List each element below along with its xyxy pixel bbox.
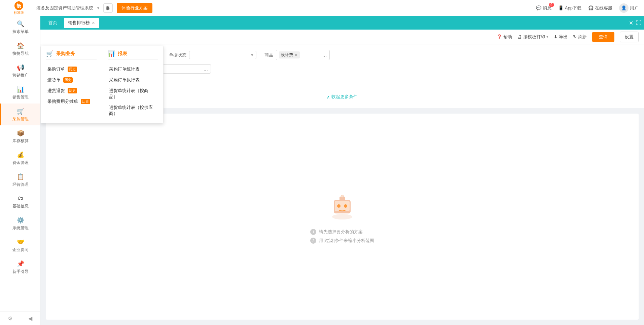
dropdown-purchase-title: 采购业务 [56, 51, 75, 57]
goods-tag-close-icon[interactable]: ✕ [294, 53, 298, 57]
doc-status-label: 单据状态 [169, 52, 186, 58]
dropdown-report-col: 📊 报表 采购订单统计表 采购订单执行表 进货单统计表（按商品） 进货单统计表（… [102, 50, 164, 119]
sidebar-item-label-system: 系统管理 [12, 225, 29, 231]
dropdown-item-incoming[interactable]: 进货单 历史 [46, 75, 97, 85]
filter-goods: 商品 设计费 ✕ ... [264, 50, 330, 60]
gear-icon [106, 6, 110, 10]
dropdown-item-purchase-order[interactable]: 采购订单 历史 [46, 64, 97, 75]
online-service-item[interactable]: 🎧 在线客服 [588, 5, 612, 11]
help-btn[interactable]: ❓ 帮助 [497, 34, 512, 40]
avatar-text: 👤 [621, 5, 627, 10]
home-icon: 🏠 [17, 42, 24, 49]
sidebar-item-label-quick-nav: 快捷导航 [12, 51, 29, 56]
system-title: 装备及固定资产辅助管理系统 [36, 5, 93, 11]
sidebar-collapse-btn[interactable]: ◀ [28, 315, 32, 322]
query-button[interactable]: 查询 [592, 32, 614, 42]
dropdown-item-order-exec[interactable]: 采购订单执行表 [108, 75, 158, 85]
history-badge-1: 历史 [63, 77, 73, 83]
sidebar-item-label-enterprise: 企业协同 [12, 247, 29, 253]
salesman-dots[interactable]: ... [204, 66, 208, 72]
doc-status-chevron-icon: ▾ [251, 52, 253, 57]
system-icon: ⚙️ [17, 216, 24, 224]
sidebar-item-sales[interactable]: 📊 销售管理 [0, 82, 40, 104]
goods-dots[interactable]: ... [322, 52, 327, 58]
salesman-selector[interactable]: ... [157, 64, 211, 74]
goods-tag[interactable]: 设计费 ✕ [279, 51, 300, 58]
purchase-icon: 🛒 [17, 108, 24, 115]
industry-button[interactable]: 体验行业方案 [117, 3, 152, 13]
marketing-icon: 📢 [17, 64, 24, 71]
logo: 畅 标准版 [5, 1, 32, 15]
doc-status-select[interactable]: ▾ [189, 51, 256, 59]
avatar: 👤 [619, 3, 629, 13]
dropdown-item-incoming-stats-supplier[interactable]: 进货单统计表（按供应商） [108, 102, 158, 119]
help-icon: ❓ [497, 34, 502, 39]
export-icon: ⬇ [554, 34, 558, 39]
dropdown-incoming-stats-goods-label: 进货单统计表（按商品） [109, 88, 157, 100]
setting-button[interactable]: 设置 [620, 32, 639, 42]
enterprise-icon: 🤝 [17, 238, 24, 246]
tab-close-icon[interactable]: ✕ [92, 21, 95, 25]
sidebar-item-search[interactable]: 🔍 搜索菜单 [0, 16, 40, 38]
dropdown-report-header: 📊 报表 [108, 50, 158, 60]
dropdown-incoming-stats-supplier-label: 进货单统计表（按供应商） [109, 105, 157, 117]
empty-tips: 1 请先选择要分析的方案 2 用[过滤]条件来缩小分析范围 [310, 229, 374, 244]
empty-state: 1 请先选择要分析的方案 2 用[过滤]条件来缩小分析范围 [46, 114, 639, 320]
dropdown-purchase-col: 🛒 采购业务 采购订单 历史 进货单 历史 进货退货 历史 采购费用分摊单 [41, 50, 102, 119]
online-service-label: 在线客服 [595, 5, 612, 11]
history-badge-2: 历史 [68, 88, 77, 93]
print-btn[interactable]: 🖨 按模板打印 ▾ [517, 34, 548, 40]
sidebar-item-marketing[interactable]: 📢 营销推广 [0, 60, 40, 82]
help-label: 帮助 [503, 34, 512, 40]
print-chevron-icon[interactable]: ▾ [546, 35, 548, 39]
collapse-up-icon: ∧ [327, 94, 330, 99]
message-item[interactable]: 💬 消息 9 [536, 5, 551, 11]
report-header-icon: 📊 [108, 50, 115, 57]
refresh-btn[interactable]: ↻ 刷新 [573, 34, 587, 40]
toolbar: ❓ 帮助 🖨 按模板打印 ▾ ⬇ 导出 ↻ 刷新 查询 设置 [40, 30, 644, 44]
sidebar-item-operation[interactable]: 📋 经营管理 [0, 169, 40, 191]
app-download-item[interactable]: 📱 App下载 [558, 5, 581, 11]
sidebar-item-system[interactable]: ⚙️ 系统管理 [0, 212, 40, 234]
tab-bar-close-btn[interactable]: ✕ [629, 20, 633, 26]
dropdown-item-cost[interactable]: 采购费用分摊单 历史 [46, 96, 97, 107]
goods-tag-text: 设计费 [281, 52, 293, 58]
sidebar-item-enterprise[interactable]: 🤝 企业协同 [0, 234, 40, 256]
sidebar-item-purchase[interactable]: 🛒 采购管理 [0, 104, 40, 125]
search-icon: 🔍 [17, 20, 24, 28]
user-item[interactable]: 👤 用户 [619, 3, 639, 13]
sidebar-item-guide[interactable]: 📌 新手引导 [0, 256, 40, 278]
user-label: 用户 [630, 5, 639, 11]
dropdown-cost-label: 采购费用分摊单 [47, 98, 78, 105]
gear-button[interactable] [103, 3, 113, 13]
export-btn[interactable]: ⬇ 导出 [554, 34, 568, 40]
dropdown-menu: 🛒 采购业务 采购订单 历史 进货单 历史 进货退货 历史 采购费用分摊单 [40, 46, 164, 123]
svg-point-5 [337, 204, 341, 208]
dropdown-purchase-header: 🛒 采购业务 [46, 50, 97, 60]
tab-sales-rank-label: 销售排行榜 [68, 20, 90, 26]
tab-home[interactable]: 首页 [43, 18, 63, 28]
sidebar-item-quick-nav[interactable]: 🏠 快捷导航 [0, 38, 40, 60]
refresh-icon: ↻ [573, 34, 577, 39]
sidebar-item-basic-info[interactable]: 🗂 基础信息 [0, 191, 40, 212]
inventory-icon: 📦 [17, 129, 24, 137]
system-chevron-icon[interactable]: ▾ [97, 6, 99, 10]
dropdown-order-exec-label: 采购订单执行表 [109, 77, 140, 83]
goods-selector[interactable]: 设计费 ✕ ... [276, 50, 330, 60]
message-badge: 9 [549, 3, 554, 7]
tab-bar-expand-btn[interactable]: ⛶ [636, 20, 641, 26]
dropdown-report-title: 报表 [118, 51, 127, 57]
sidebar-item-label-purchase: 采购管理 [12, 116, 29, 122]
dropdown-item-order-stats[interactable]: 采购订单统计表 [108, 64, 158, 75]
sidebar-item-label-search: 搜索菜单 [12, 29, 29, 35]
empty-tip-1-text: 请先选择要分析的方案 [319, 229, 363, 235]
print-icon: 🖨 [517, 34, 522, 39]
goods-label: 商品 [264, 52, 273, 58]
sidebar-settings-btn[interactable]: ⚙ [8, 315, 12, 322]
sidebar-item-finance[interactable]: 💰 资金管理 [0, 147, 40, 169]
sidebar-item-label-basic-info: 基础信息 [12, 203, 29, 209]
sidebar-item-inventory[interactable]: 📦 库存核算 [0, 125, 40, 147]
dropdown-item-return[interactable]: 进货退货 历史 [46, 85, 97, 96]
tab-sales-rank[interactable]: 销售排行榜 ✕ [64, 18, 99, 28]
dropdown-item-incoming-stats-goods[interactable]: 进货单统计表（按商品） [108, 85, 158, 102]
